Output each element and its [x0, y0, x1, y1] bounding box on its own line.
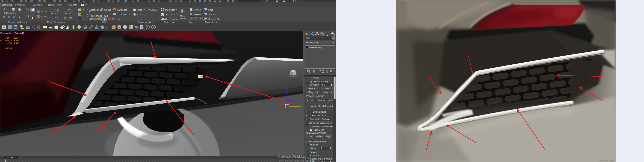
svg-text:Z: Z [286, 87, 288, 90]
svg-text:NetCarShow.com: NetCarShow.com [598, 160, 614, 162]
svg-text:HF: HF [112, 26, 114, 28]
svg-text:Subdivision Method: Subdivision Method [306, 140, 326, 143]
svg-text:0x: 0x [118, 26, 120, 28]
svg-text:gum: gum [199, 75, 203, 77]
svg-text:2: 2 [321, 147, 322, 150]
svg-text:30: 30 [204, 19, 206, 20]
svg-text:NetCarShow.com: NetCarShow.com [398, 0, 415, 2]
svg-text:gum: gum [306, 37, 310, 39]
svg-text:Ring: Ring [308, 91, 313, 94]
svg-text:20.0: 20.0 [321, 161, 326, 162]
svg-text:+: + [306, 114, 307, 117]
svg-text:Whole Object Selected: Whole Object Selected [311, 105, 333, 108]
svg-text:106,824: 106,824 [4, 40, 12, 42]
svg-text:Off: Off [310, 99, 313, 102]
svg-text:Multi: Multi [328, 99, 332, 102]
svg-text:e:: e: [0, 47, 0, 49]
svg-text:Ignore Backfacing: Ignore Backfacing [310, 80, 328, 83]
svg-text:Shrink: Shrink [309, 87, 315, 90]
svg-text:Spatial: Spatial [310, 151, 317, 154]
svg-text:Editable Poly: Editable Poly [309, 46, 322, 49]
svg-text:Curvature: Curvature [310, 154, 320, 157]
svg-text:45.0: 45.0 [321, 84, 326, 86]
svg-text:Polys:: Polys: [0, 40, 2, 42]
svg-text:Split Mesh: Split Mesh [314, 129, 324, 131]
svg-text:108.296: 108.296 [4, 47, 12, 49]
svg-text:Soft Selection: Soft Selection [313, 110, 326, 113]
svg-text:Regular: Regular [310, 144, 318, 146]
svg-text:Steps:: Steps: [310, 147, 316, 150]
svg-text:By Angle:: By Angle: [310, 84, 319, 86]
svg-text:Verts:: Verts: [0, 42, 2, 44]
svg-text:Low: Low [308, 135, 312, 138]
svg-text:Perspective ] [ Shaded ]: Perspective ] [ Shaded ] [0, 32, 24, 34]
svg-text:gum: gum [14, 37, 18, 39]
svg-text:−: − [306, 122, 307, 124]
svg-text:Preview Selection: Preview Selection [306, 95, 324, 97]
svg-text:Total: Total [4, 37, 8, 39]
svg-text:2,496: 2,496 [14, 42, 19, 44]
svg-text:+: + [306, 110, 307, 113]
svg-text:SubObj: SubObj [318, 99, 325, 102]
svg-text:?: ? [147, 26, 148, 28]
svg-text:Subdivision Displacement: Subdivision Displacement [310, 126, 333, 128]
svg-text:119,174: 119,174 [4, 42, 12, 44]
svg-text:High: High [326, 135, 330, 138]
svg-text:?: ? [153, 26, 154, 28]
svg-text:Loop: Loop [323, 91, 328, 94]
svg-text:Edit Geometry: Edit Geometry [312, 114, 327, 117]
svg-text:1,822: 1,822 [14, 40, 19, 42]
svg-text:By Vertex: By Vertex [310, 77, 320, 79]
svg-text:+: + [306, 118, 307, 120]
svg-text:Subdivision Presets: Subdivision Presets [306, 132, 326, 134]
svg-text:Modifier List: Modifier List [306, 42, 318, 44]
svg-text:Medium: Medium [316, 135, 323, 138]
svg-text:y: y [2, 149, 4, 151]
svg-text:Subdivision Displacement: Subdivision Displacement [309, 122, 332, 124]
svg-text:Subdivision Surface: Subdivision Surface [310, 118, 330, 120]
svg-text:Grow: Grow [324, 87, 329, 90]
